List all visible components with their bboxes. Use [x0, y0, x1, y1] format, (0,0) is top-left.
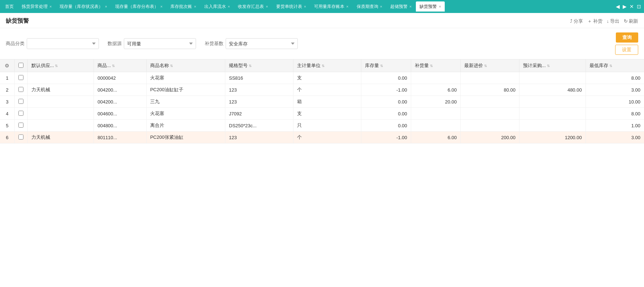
- cell-replenish: [411, 108, 461, 120]
- filter-actions: 查询 设置: [615, 32, 638, 55]
- tab-item-inout-flow[interactable]: 出入库流水×: [201, 1, 234, 12]
- export-icon: [607, 18, 609, 24]
- supplement-button[interactable]: 补货: [587, 18, 602, 25]
- cell-price: 200.00: [461, 132, 519, 144]
- replenish-label: 补货基数: [205, 40, 223, 47]
- tab-item-home[interactable]: 首页: [1, 1, 17, 12]
- datasource-label: 数据源: [108, 40, 122, 47]
- th-sort-supplier[interactable]: 默认供应... ⇅: [31, 62, 90, 69]
- tab-close-inventory-dist[interactable]: ×: [160, 4, 162, 9]
- cell-unit: 个: [293, 84, 361, 96]
- tab-close-batch-account[interactable]: ×: [194, 4, 196, 9]
- tab-prev-btn[interactable]: ◀: [614, 0, 621, 13]
- category-filter-group: 商品分类: [6, 38, 99, 49]
- page-header: 缺货预警 分享 补货 导出 刷新: [0, 13, 644, 28]
- cell-unit: 只: [293, 120, 361, 132]
- cell-price: [461, 96, 519, 108]
- cell-est: 480.00: [519, 84, 586, 96]
- cell-stock: 0.00: [361, 108, 411, 120]
- datasource-filter-group: 数据源 可用量: [108, 38, 196, 49]
- cell-replenish: [411, 120, 461, 132]
- refresh-icon: [624, 18, 628, 24]
- th-stock-qty: 库存量 ⇅: [361, 59, 411, 72]
- cell-name: 火花塞: [146, 108, 225, 120]
- tab-close-available-ledger[interactable]: ×: [346, 4, 348, 9]
- th-sort-code[interactable]: 商品... ⇅: [97, 62, 143, 69]
- cell-num: 6: [0, 132, 14, 144]
- category-select[interactable]: [27, 38, 99, 49]
- cell-est: [519, 120, 586, 132]
- table-row: 5004800...离合片DS250*23c...只0.001.00: [0, 120, 644, 132]
- th-sort-est[interactable]: 预计采购... ⇅: [523, 62, 582, 69]
- th-sort-unit[interactable]: 主计量单位 ⇅: [297, 62, 357, 69]
- datasource-select[interactable]: 可用量: [124, 38, 196, 49]
- th-spec: 规格型号 ⇅: [225, 59, 293, 72]
- tab-next-btn[interactable]: ▶: [621, 0, 628, 13]
- tab-item-expiry-query[interactable]: 保质期查询×: [353, 1, 386, 12]
- tab-item-overstock-warn[interactable]: 超储预警×: [387, 1, 415, 12]
- tab-item-batch-account[interactable]: 库存批次账×: [167, 1, 200, 12]
- cell-est: 1200.00: [519, 132, 586, 144]
- tab-close-inventory-status[interactable]: ×: [105, 4, 107, 9]
- settings-button[interactable]: 设置: [615, 45, 638, 55]
- tab-item-inventory-status[interactable]: 现存量（库存状况表）×: [56, 1, 110, 12]
- tab-fullscreen-btn[interactable]: ⊡: [635, 0, 643, 13]
- cell-checkbox[interactable]: [14, 72, 27, 84]
- tab-close-shortage-warn[interactable]: ×: [439, 4, 441, 9]
- cell-checkbox[interactable]: [14, 108, 27, 120]
- replenish-select[interactable]: 安全库存: [226, 38, 298, 49]
- th-sort-stock[interactable]: 库存量 ⇅: [365, 62, 407, 69]
- supplement-label: 补货: [593, 18, 602, 25]
- cell-checkbox[interactable]: [14, 96, 27, 108]
- table-row: 10000042火花塞SS816支0.008.00: [0, 72, 644, 84]
- cell-code: 004200...: [94, 96, 147, 108]
- tab-item-available-ledger[interactable]: 可用量库存账本×: [310, 1, 352, 12]
- cell-spec: SS816: [225, 72, 293, 84]
- th-sort-price[interactable]: 最新进价 ⇅: [464, 62, 515, 69]
- tab-item-inventory-dist[interactable]: 现存量（库存分布表）×: [112, 1, 166, 12]
- cell-min: 8.00: [586, 108, 644, 120]
- tab-item-shortage-warn[interactable]: 缺货预警×: [416, 1, 444, 12]
- query-button[interactable]: 查询: [616, 32, 638, 43]
- tab-close-btn[interactable]: ✕: [628, 0, 635, 13]
- export-button[interactable]: 导出: [607, 18, 620, 25]
- cell-est: [519, 108, 586, 120]
- tab-close-expiry-query[interactable]: ×: [380, 4, 382, 9]
- tab-item-mix-abnormal[interactable]: 拣货异常处理×: [18, 1, 55, 12]
- tab-close-receive-send[interactable]: ×: [266, 4, 268, 9]
- cell-supplier: [27, 120, 94, 132]
- cell-code: 004600...: [94, 108, 147, 120]
- cell-unit: 支: [293, 108, 361, 120]
- cell-est: [519, 72, 586, 84]
- table-header-row: ⚙ 默认供应... ⇅ 商品... ⇅: [0, 59, 644, 72]
- th-sort-replenish[interactable]: 补货量 ⇅: [415, 62, 457, 69]
- tab-item-receive-send[interactable]: 收发存汇总表×: [234, 1, 271, 12]
- data-table: ⚙ 默认供应... ⇅ 商品... ⇅: [0, 59, 644, 144]
- cell-stock: -1.00: [361, 84, 411, 96]
- select-all-checkbox[interactable]: [18, 63, 23, 68]
- cell-replenish: 6.00: [411, 84, 461, 96]
- tab-close-inout-flow[interactable]: ×: [228, 4, 230, 9]
- th-sort-name[interactable]: 商品名称 ⇅: [150, 62, 221, 69]
- tab-close-order-stats[interactable]: ×: [304, 4, 306, 9]
- gear-icon[interactable]: ⚙: [5, 63, 9, 69]
- th-default-supplier: 默认供应... ⇅: [27, 59, 94, 72]
- page-title: 缺货预警: [6, 17, 29, 25]
- th-sort-min[interactable]: 最低库存 ⇅: [589, 62, 640, 69]
- tab-close-mix-abnormal[interactable]: ×: [49, 4, 52, 9]
- th-sort-spec[interactable]: 规格型号 ⇅: [229, 62, 290, 69]
- cell-supplier: 力天机械: [27, 84, 94, 96]
- replenish-filter-group: 补货基数 安全库存: [205, 38, 298, 49]
- cell-checkbox[interactable]: [14, 120, 27, 132]
- cell-code: 004200...: [94, 84, 147, 96]
- refresh-button[interactable]: 刷新: [624, 18, 638, 25]
- tab-close-overstock-warn[interactable]: ×: [409, 4, 412, 9]
- supplement-icon: [587, 18, 592, 25]
- filter-area: 商品分类 数据源 可用量 补货基数 安全库存 查询 设置: [0, 28, 644, 59]
- cell-supplier: [27, 72, 94, 84]
- cell-checkbox[interactable]: [14, 84, 27, 96]
- cell-checkbox[interactable]: [14, 132, 27, 144]
- cell-name: 三九: [146, 96, 225, 108]
- share-button[interactable]: 分享: [570, 18, 583, 25]
- tab-item-order-stats[interactable]: 要货单统计表×: [273, 1, 310, 12]
